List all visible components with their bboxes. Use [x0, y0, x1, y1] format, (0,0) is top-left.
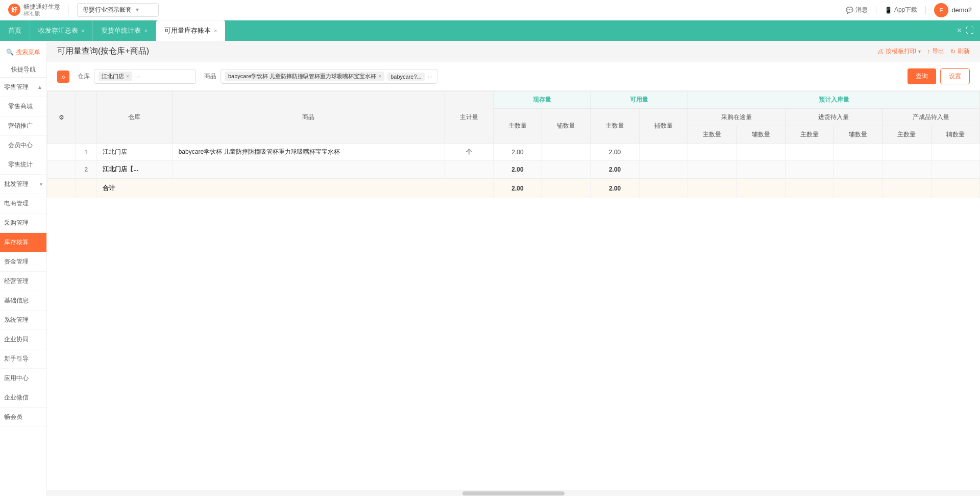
sidebar-item-inventory[interactable]: 库存核算: [0, 233, 46, 252]
footer-purchase-aux: [737, 178, 785, 198]
row1-available-aux: [639, 144, 688, 161]
query-btn[interactable]: 查询: [908, 68, 936, 84]
th-purchase-aux: 辅数量: [737, 126, 785, 144]
product-tag-0-close[interactable]: ×: [378, 74, 381, 79]
page-actions: 🖨 按模板打印 ▾ ↑ 导出 ↻ 刷新: [877, 47, 970, 56]
sidebar: 🔍 搜索菜单 快捷导航 零售管理 ▲ 零售商城 营销推广 会员中心 零售统计 批…: [0, 41, 47, 496]
tab-order-stats[interactable]: 要货单统计表 ×: [93, 20, 156, 41]
tenant-selector[interactable]: 母婴行业演示账套 ▾: [77, 3, 159, 17]
warehouse-more-icon[interactable]: ···: [135, 73, 140, 80]
export-label: 导出: [932, 47, 944, 56]
th-stock-aux: 辅数量: [542, 109, 591, 144]
product-input[interactable]: babycare学饮杯 儿童防摔防撞吸管杯重力球吸嘴杯宝宝水杯 × babyca…: [220, 69, 437, 84]
table-footer-row: 合计 2.00 2.00: [47, 178, 980, 198]
sidebar-item-member[interactable]: 会员中心: [0, 136, 46, 155]
row2-available-aux: [639, 161, 688, 179]
message-btn[interactable]: 💬 消息: [846, 6, 868, 14]
row1-stock-aux: [542, 144, 591, 161]
close-tab-btn[interactable]: ×: [957, 26, 962, 35]
expand-filter-btn[interactable]: »: [57, 70, 69, 83]
row2-unit: [445, 161, 493, 179]
th-forecast-group: 预计入库量: [688, 91, 980, 109]
scroll-thumb[interactable]: [462, 491, 565, 495]
sidebar-item-retail-shop[interactable]: 零售商城: [0, 97, 46, 116]
th-incoming-aux: 辅数量: [834, 126, 882, 144]
tab-receipts[interactable]: 收发存汇总表 ×: [30, 20, 93, 41]
maximize-btn[interactable]: ⛶: [966, 26, 974, 35]
avatar: E: [934, 3, 948, 17]
scroll-hint[interactable]: [47, 490, 980, 496]
chevron-down-icon: ▾: [136, 6, 139, 13]
content-area: 可用量查询(按仓库+商品) 🖨 按模板打印 ▾ ↑ 导出 ↻ 刷新 »: [47, 41, 980, 496]
sidebar-item-operations[interactable]: 经营管理: [0, 272, 46, 291]
user-menu[interactable]: E demo2: [934, 3, 972, 17]
message-label: 消息: [855, 6, 868, 14]
sidebar-item-member-label: 会员中心: [8, 141, 33, 150]
username: demo2: [951, 6, 972, 14]
row1-available-main: 2.00: [591, 144, 639, 161]
footer-production-main: [883, 178, 931, 198]
sidebar-item-ecommerce[interactable]: 电商管理: [0, 194, 46, 214]
print-btn[interactable]: 🖨 按模板打印 ▾: [877, 47, 921, 56]
product-more-icon[interactable]: ···: [428, 73, 433, 80]
sidebar-quick-nav[interactable]: 快捷导航: [0, 62, 46, 78]
sidebar-item-appstore-label: 应用中心: [4, 374, 29, 383]
sidebar-item-newbie[interactable]: 新手引导: [0, 349, 46, 369]
th-stock-group: 现存量: [493, 91, 591, 109]
export-btn[interactable]: ↑ 导出: [927, 47, 944, 56]
table-row: 2 江北门店【... 2.00 2.00: [47, 161, 980, 179]
sidebar-item-enterprise-label: 企业协同: [4, 335, 29, 344]
th-settings[interactable]: ⚙: [47, 91, 76, 144]
row2-index: 2: [76, 161, 96, 179]
warehouse-filter-field: 仓库 江北门店 × ···: [78, 69, 196, 84]
sidebar-search-label: 搜索菜单: [16, 49, 40, 56]
refresh-btn[interactable]: ↻ 刷新: [950, 47, 970, 56]
warehouse-tag-close[interactable]: ×: [126, 74, 129, 79]
footer-available-main: 2.00: [591, 178, 639, 198]
top-bar: 好 畅捷通好生意 标准版 母婴行业演示账套 ▾ 💬 消息 📱 App下载 E d…: [0, 0, 980, 20]
row1-product: babycare学饮杯 儿童防摔防撞吸管杯重力球吸嘴杯宝宝水杯: [172, 144, 445, 161]
tab-available-stock[interactable]: 可用量库存账本 ×: [156, 20, 225, 41]
warehouse-input[interactable]: 江北门店 × ···: [94, 69, 196, 84]
sidebar-item-enterprise[interactable]: 企业协同: [0, 330, 46, 349]
sidebar-item-appstore[interactable]: 应用中心: [0, 369, 46, 388]
sidebar-item-retail-label: 零售管理: [4, 83, 29, 91]
footer-incoming-aux: [834, 178, 882, 198]
receipts-tab-close[interactable]: ×: [81, 28, 84, 34]
available-stock-tab-label: 可用量库存账本: [164, 26, 211, 35]
footer-label: 合计: [96, 178, 494, 198]
tab-home[interactable]: 首页: [0, 20, 30, 41]
app-download-btn[interactable]: 📱 App下载: [885, 6, 917, 14]
sidebar-item-purchase[interactable]: 采购管理: [0, 214, 46, 233]
tenant-name: 母婴行业演示账套: [83, 6, 132, 14]
top-bar-left: 好 畅捷通好生意 标准版 母婴行业演示账套 ▾: [8, 3, 159, 17]
setting-btn[interactable]: 设置: [940, 68, 970, 84]
sidebar-item-newbie-label: 新手引导: [4, 355, 29, 363]
row2-stock-main: 2.00: [493, 161, 542, 179]
th-stock-main: 主数量: [493, 109, 542, 144]
order-stats-tab-close[interactable]: ×: [144, 28, 147, 34]
row1-incoming-main: [785, 144, 834, 161]
sidebar-item-wholesale[interactable]: 批发管理 ▾: [0, 175, 46, 194]
sidebar-item-member2[interactable]: 畅会员: [0, 408, 46, 427]
logo-area: 好 畅捷通好生意 标准版: [8, 3, 60, 17]
th-incoming-main: 主数量: [785, 126, 834, 144]
row1-purchase-main: [688, 144, 737, 161]
sidebar-item-inventory-label: 库存核算: [4, 238, 29, 247]
product-label: 商品: [204, 72, 216, 81]
sidebar-item-wechat[interactable]: 企业微信: [0, 388, 46, 408]
sidebar-item-system[interactable]: 系统管理: [0, 311, 46, 330]
sidebar-item-basics[interactable]: 基础信息: [0, 291, 46, 311]
table-row: 1 江北门店 babycare学饮杯 儿童防摔防撞吸管杯重力球吸嘴杯宝宝水杯 个…: [47, 144, 980, 161]
sidebar-item-retail[interactable]: 零售管理 ▲: [0, 78, 46, 97]
available-stock-tab-close[interactable]: ×: [214, 28, 217, 34]
export-icon: ↑: [927, 48, 930, 55]
sidebar-item-retail-stats[interactable]: 零售统计: [0, 155, 46, 175]
sidebar-search[interactable]: 🔍 搜索菜单: [0, 45, 46, 60]
th-purchase-group: 采购在途量: [688, 109, 786, 126]
logo-icon: 好: [8, 4, 20, 16]
print-arrow-icon: ▾: [918, 49, 921, 54]
sidebar-item-finance[interactable]: 资金管理: [0, 252, 46, 272]
row1-stock-main: 2.00: [493, 144, 542, 161]
sidebar-item-marketing[interactable]: 营销推广: [0, 116, 46, 136]
